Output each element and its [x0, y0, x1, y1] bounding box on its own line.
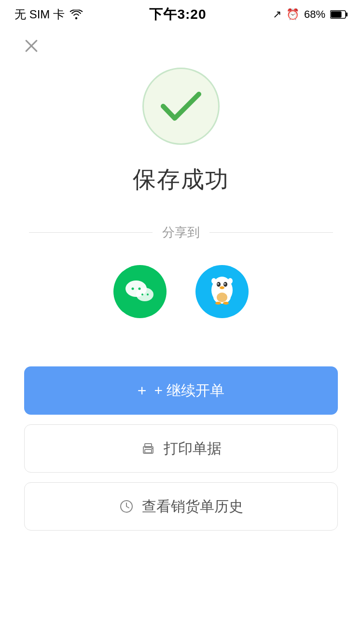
svg-point-29 [152, 448, 153, 449]
svg-rect-28 [145, 449, 152, 453]
printer-icon [140, 441, 156, 456]
battery-text: 68% [304, 8, 325, 21]
continue-label: + 继续开单 [154, 381, 224, 401]
success-circle [142, 68, 220, 145]
history-button[interactable]: 查看销货单历史 [24, 482, 338, 531]
qq-icon [207, 275, 237, 308]
share-label: 分享到 [162, 224, 200, 241]
main-content: 保存成功 分享到 [0, 29, 362, 531]
print-label: 打印单据 [164, 439, 222, 459]
status-bar: 无 SIM 卡 下午3:20 ↗ ⏰ 68% [0, 0, 362, 29]
print-button[interactable]: 打印单据 [24, 424, 338, 473]
wifi-icon [70, 10, 83, 19]
svg-point-18 [224, 283, 226, 285]
divider-right [209, 232, 333, 233]
history-label: 查看销货单历史 [142, 497, 243, 517]
check-icon [159, 89, 203, 123]
history-icon [119, 499, 134, 514]
svg-point-17 [218, 283, 219, 285]
location-icon: ↗ [273, 8, 281, 21]
svg-point-24 [211, 278, 216, 284]
status-right: ↗ ⏰ 68% [273, 8, 348, 21]
svg-point-10 [147, 294, 149, 295]
battery-icon [330, 10, 348, 19]
svg-point-8 [139, 288, 141, 290]
divider-left [29, 232, 153, 233]
close-button[interactable] [19, 34, 43, 58]
action-buttons: + + 继续开单 打印单据 查看销货单历史 [0, 366, 362, 531]
svg-point-25 [228, 278, 233, 284]
wechat-share-button[interactable] [113, 265, 167, 318]
svg-rect-1 [346, 13, 348, 16]
svg-point-23 [223, 302, 229, 305]
svg-point-9 [141, 294, 143, 295]
share-icons [29, 265, 333, 318]
continue-button[interactable]: + + 继续开单 [24, 366, 338, 415]
svg-rect-2 [331, 12, 341, 18]
share-section: 分享到 [0, 224, 362, 347]
status-time: 下午3:20 [149, 5, 206, 24]
carrier-text: 无 SIM 卡 [14, 7, 65, 22]
svg-point-21 [217, 293, 227, 302]
plus-icon: + [138, 382, 147, 400]
share-divider: 分享到 [29, 224, 333, 241]
wechat-icon [125, 278, 155, 305]
alarm-icon: ⏰ [286, 8, 299, 21]
success-title: 保存成功 [133, 164, 229, 195]
svg-point-22 [215, 302, 221, 305]
qq-share-button[interactable] [195, 265, 249, 318]
svg-point-7 [132, 288, 134, 290]
svg-point-6 [136, 288, 153, 301]
svg-point-19 [220, 286, 224, 289]
status-carrier: 无 SIM 卡 [14, 7, 83, 22]
